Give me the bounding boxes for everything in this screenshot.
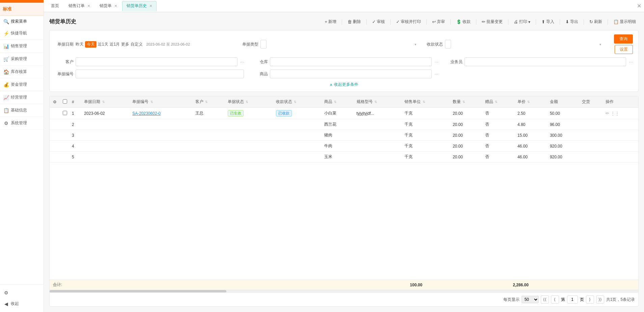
row-spec bbox=[355, 141, 403, 152]
sidebar-item-base-info[interactable]: 📋基础信息 bbox=[0, 104, 44, 117]
edit-icon[interactable]: ✏ bbox=[606, 111, 609, 116]
toolbar-sep-0 bbox=[342, 19, 342, 25]
col-product[interactable]: 商品 ⇅ bbox=[322, 96, 355, 108]
tab-close-sales-order[interactable]: ✕ bbox=[87, 4, 90, 8]
shortcut-custom[interactable]: 自定义 bbox=[131, 42, 143, 47]
col-paymentstatus[interactable]: 收款状态 ⇅ bbox=[274, 96, 322, 108]
toolbar-btn-label-add: 新增 bbox=[328, 19, 336, 25]
toolbar-btn-refresh[interactable]: ↻刷新 bbox=[587, 18, 605, 26]
toolbar-btn-print[interactable]: 🖨打印 ▾ bbox=[511, 18, 533, 26]
collect-icon: 💲 bbox=[456, 19, 461, 24]
row-gift: 否 bbox=[483, 108, 515, 119]
tab-sales-shipment[interactable]: 销货单✕ bbox=[95, 1, 121, 11]
prev-page-btn[interactable]: ⟨ bbox=[551, 295, 559, 304]
filter-customer-input[interactable] bbox=[76, 57, 237, 66]
toolbar-btn-audit[interactable]: ✓审核 bbox=[369, 18, 388, 26]
sidebar-item-inventory[interactable]: 🏠库存核算 bbox=[0, 66, 44, 78]
row-checkbox[interactable] bbox=[63, 111, 67, 115]
sidebar-item-finance[interactable]: 💰资金管理 bbox=[0, 78, 44, 91]
collapse-btn[interactable]: ∧ 收起更多条件 bbox=[55, 82, 633, 87]
shortcut-7days[interactable]: 近1天 bbox=[98, 42, 108, 47]
select-all-checkbox[interactable] bbox=[63, 99, 67, 104]
product-dots[interactable]: ··· bbox=[435, 71, 439, 77]
sidebar-collapse[interactable]: ◀ 收起 bbox=[0, 298, 44, 309]
shortcut-yesterday[interactable]: 昨天 bbox=[76, 42, 84, 47]
tab-close-sales-history[interactable]: ✕ bbox=[149, 4, 152, 8]
toolbar-btn-abandon[interactable]: ↩弃审 bbox=[429, 18, 448, 26]
table-config-th[interactable]: ⚙ bbox=[50, 96, 60, 108]
tab-bar-close-btn[interactable]: ✕ bbox=[637, 3, 641, 9]
row-docdate bbox=[82, 152, 130, 162]
filter-warehouse-input[interactable] bbox=[270, 57, 432, 66]
toolbar-btn-label-show-detail: 显示明细 bbox=[620, 19, 636, 25]
tab-close-sales-shipment[interactable]: ✕ bbox=[114, 4, 117, 8]
next-page-btn[interactable]: ⟩ bbox=[586, 295, 594, 304]
col-unit[interactable]: 销售单位 ⇅ bbox=[402, 96, 451, 108]
doc-no-link[interactable]: SA-20230602-0 bbox=[132, 111, 161, 116]
filter-doctype-select[interactable] bbox=[260, 40, 267, 49]
settings-button[interactable]: 设置 bbox=[615, 45, 633, 54]
payment-status-badge: 已收款 bbox=[276, 110, 292, 116]
tab-label-sales-shipment: 销货单 bbox=[100, 3, 112, 9]
filter-payment-label: 收款状态 bbox=[424, 42, 443, 47]
col-spec[interactable]: 规格型号 ⇅ bbox=[355, 96, 403, 108]
print-icon: 🖨 bbox=[514, 19, 518, 24]
toolbar-sep-6 bbox=[508, 19, 508, 25]
col-transaction: 交货 bbox=[580, 96, 604, 108]
footer-spacer3 bbox=[534, 283, 635, 287]
table-header-row: ⚙ # 单据日期 ⇅ 单据编号 ⇅ 客户 ⇅ 单据状态 ⇅ 收款状态 ⇅ 商品 … bbox=[50, 96, 638, 108]
toolbar-btn-batch-change[interactable]: ✏批量变更 bbox=[479, 18, 505, 26]
row-paymentstatus bbox=[274, 141, 322, 152]
table-footer: 合计: 100.00 2,286.00 bbox=[50, 280, 638, 290]
tab-sales-order[interactable]: 销售订单✕ bbox=[64, 1, 94, 11]
filter-product-input[interactable] bbox=[270, 70, 432, 78]
filter-docno-input[interactable] bbox=[76, 70, 244, 78]
toolbar-btn-delete[interactable]: 🗑删除 bbox=[345, 18, 364, 26]
shortcut-today[interactable]: 今天 bbox=[85, 41, 96, 48]
sidebar-item-quick-nav[interactable]: ⚡快捷导航 bbox=[0, 27, 44, 40]
filter-payment-select[interactable] bbox=[445, 40, 451, 49]
shortcut-more[interactable]: 更多 bbox=[121, 42, 129, 47]
filter-salesperson-input[interactable] bbox=[465, 57, 626, 66]
first-page-btn[interactable]: ⟨⟨ bbox=[541, 295, 549, 304]
shortcut-30days[interactable]: 近1月 bbox=[110, 42, 120, 47]
col-docno[interactable]: 单据编号 ⇅ bbox=[130, 96, 193, 108]
more-icon[interactable]: ⋮⋮ bbox=[611, 111, 619, 116]
customer-dots[interactable]: ··· bbox=[240, 59, 244, 64]
toolbar-btn-collect[interactable]: 💲收款 bbox=[453, 18, 473, 26]
sidebar-item-sales-mgmt[interactable]: 📊销售管理 bbox=[0, 40, 44, 53]
col-customer[interactable]: 客户 ⇅ bbox=[193, 96, 226, 108]
query-button[interactable]: 查询 bbox=[614, 34, 633, 44]
col-qty[interactable]: 数量 ⇅ bbox=[451, 96, 483, 108]
action-icons: ✏ ⋮⋮ bbox=[606, 111, 636, 116]
date-shortcuts: 昨天 今天 近1天 近1月 更多 自定义 bbox=[76, 41, 143, 48]
last-page-btn[interactable]: ⟩⟩ bbox=[596, 295, 604, 304]
col-gift[interactable]: 赠品 ⇅ bbox=[483, 96, 515, 108]
tab-sales-history[interactable]: 销货单历史✕ bbox=[122, 1, 157, 11]
tab-home[interactable]: 首页 bbox=[47, 1, 63, 11]
col-docdate[interactable]: 单据日期 ⇅ bbox=[82, 96, 130, 108]
collapse-icon: ◀ bbox=[3, 301, 9, 307]
col-unitprice[interactable]: 单价 ⇅ bbox=[515, 96, 548, 108]
row-docdate bbox=[82, 130, 130, 141]
col-docstatus[interactable]: 单据状态 ⇅ bbox=[226, 96, 274, 108]
salesperson-dots[interactable]: ··· bbox=[629, 59, 633, 64]
sidebar-bottom-settings[interactable]: ⚙ bbox=[0, 287, 44, 298]
sidebar-item-operations[interactable]: 📈经营管理 bbox=[0, 91, 44, 104]
sidebar-item-system[interactable]: ⚙系统管理 bbox=[0, 117, 44, 130]
finance-icon: 💰 bbox=[3, 82, 9, 87]
warehouse-dots[interactable]: ··· bbox=[435, 59, 439, 64]
scroll-bar[interactable] bbox=[50, 290, 638, 292]
footer-total-qty: 100.00 bbox=[372, 283, 428, 287]
toolbar-btn-import[interactable]: ⬆导入 bbox=[539, 18, 557, 26]
toolbar-btn-add[interactable]: +新增 bbox=[322, 18, 339, 26]
page-input[interactable] bbox=[567, 295, 578, 304]
table-container: ⚙ # 单据日期 ⇅ 单据编号 ⇅ 客户 ⇅ 单据状态 ⇅ 收款状态 ⇅ 商品 … bbox=[50, 96, 638, 280]
row-customer bbox=[193, 152, 226, 162]
sidebar-item-purchase-mgmt[interactable]: 🛒采购管理 bbox=[0, 53, 44, 66]
sidebar-search[interactable]: 🔍 搜索菜单 bbox=[0, 16, 44, 27]
toolbar-btn-export[interactable]: ⬇导出 bbox=[563, 18, 581, 26]
toolbar-btn-audit-print[interactable]: ✓审核并打印 bbox=[393, 18, 424, 26]
toolbar-btn-show-detail[interactable]: 📋显示明细 bbox=[611, 18, 639, 26]
page-size-select[interactable]: 50 100 bbox=[522, 296, 539, 303]
